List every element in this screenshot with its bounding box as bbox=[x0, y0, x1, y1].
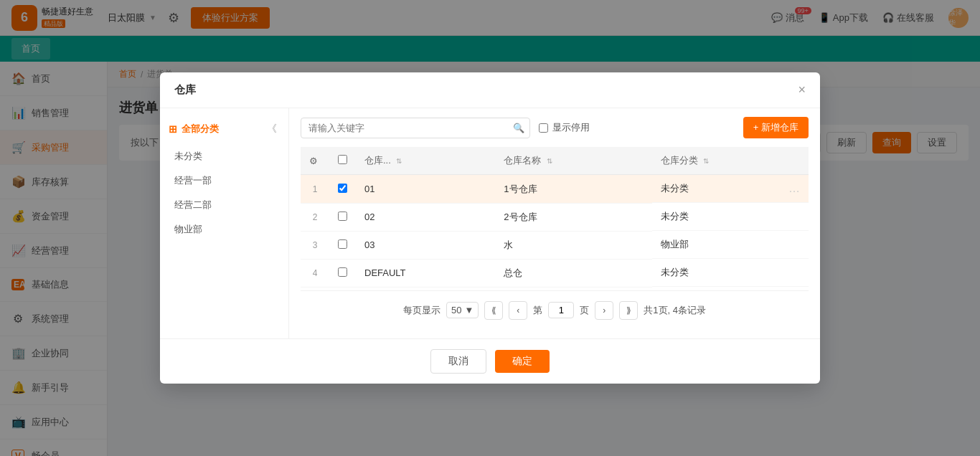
table-row[interactable]: 1 01 1号仓库 未分类 … bbox=[301, 175, 809, 204]
show-disabled-checkbox[interactable] bbox=[539, 123, 548, 133]
row-category: 未分类 … bbox=[652, 175, 809, 203]
table-scroll: ⚙ 仓库... ⇅ 仓库名称 bbox=[301, 147, 809, 288]
pagination: 每页显示 50 ▼ ⟪ ‹ 第 页 › ⟫ 共1页, 4条记录 bbox=[301, 290, 809, 330]
row-checkbox[interactable] bbox=[338, 184, 347, 193]
add-warehouse-btn[interactable]: + 新增仓库 bbox=[743, 117, 809, 138]
modal-body: ⊞ 全部分类 《 未分类 经营一部 经营二部 物业部 bbox=[160, 108, 820, 338]
select-all-checkbox[interactable] bbox=[338, 155, 347, 164]
row-checkbox[interactable] bbox=[338, 212, 347, 221]
row-code: DEFAULT bbox=[356, 259, 495, 287]
sort-code-icon[interactable]: ⇅ bbox=[396, 157, 402, 165]
row-category: 未分类 bbox=[652, 259, 809, 287]
row-num: 2 bbox=[301, 203, 329, 231]
row-checkbox-cell bbox=[329, 203, 356, 231]
show-disabled-control: 显示停用 bbox=[539, 121, 590, 134]
page-prev-btn[interactable]: ‹ bbox=[509, 301, 527, 320]
category-panel: ⊞ 全部分类 《 未分类 经营一部 经营二部 物业部 bbox=[160, 108, 289, 338]
cat-item-dept2[interactable]: 经营二部 bbox=[160, 193, 288, 217]
table-panel: 🔍 显示停用 + 新增仓库 ⚙ bbox=[289, 108, 820, 338]
th-check bbox=[329, 147, 356, 175]
page-first-btn[interactable]: ⟪ bbox=[484, 301, 503, 320]
row-num: 1 bbox=[301, 175, 329, 204]
table-toolbar: 🔍 显示停用 + 新增仓库 bbox=[301, 117, 809, 138]
th-gear: ⚙ bbox=[301, 147, 329, 175]
table-row[interactable]: 2 02 2号仓库 未分类 bbox=[301, 203, 809, 231]
warehouse-table: ⚙ 仓库... ⇅ 仓库名称 bbox=[301, 147, 809, 288]
row-checkbox[interactable] bbox=[338, 239, 347, 249]
row-name: 水 bbox=[495, 231, 651, 259]
modal-footer: 取消 确定 bbox=[160, 338, 820, 384]
th-code: 仓库... ⇅ bbox=[356, 147, 495, 175]
grid-icon: ⊞ bbox=[169, 123, 177, 135]
warehouse-modal: 仓库 × ⊞ 全部分类 《 未分类 经营一部 bbox=[160, 72, 820, 384]
row-name: 总仓 bbox=[495, 259, 651, 287]
cat-item-dept1[interactable]: 经营一部 bbox=[160, 168, 288, 193]
cat-item-unclassified[interactable]: 未分类 bbox=[160, 144, 288, 168]
cat-panel-header: ⊞ 全部分类 《 bbox=[160, 117, 288, 144]
sort-name-icon[interactable]: ⇅ bbox=[547, 157, 552, 165]
row-code: 01 bbox=[356, 175, 495, 204]
modal-overlay: 仓库 × ⊞ 全部分类 《 未分类 经营一部 bbox=[0, 0, 980, 456]
chevron-down-icon: ▼ bbox=[464, 305, 473, 315]
row-code: 02 bbox=[356, 203, 495, 231]
row-name: 1号仓库 bbox=[495, 175, 651, 204]
cat-item-property[interactable]: 物业部 bbox=[160, 217, 288, 242]
row-category: 未分类 bbox=[652, 203, 809, 231]
modal-header: 仓库 × bbox=[160, 72, 820, 108]
row-code: 03 bbox=[356, 231, 495, 259]
search-icon[interactable]: 🔍 bbox=[513, 123, 524, 133]
search-input[interactable] bbox=[301, 118, 530, 138]
row-category: 物业部 bbox=[652, 231, 809, 259]
cat-all-btn[interactable]: ⊞ 全部分类 bbox=[169, 123, 219, 136]
row-checkbox-cell bbox=[329, 259, 356, 287]
th-category: 仓库分类 ⇅ bbox=[652, 147, 809, 175]
th-name: 仓库名称 ⇅ bbox=[495, 147, 651, 175]
table-row[interactable]: 4 DEFAULT 总仓 未分类 bbox=[301, 259, 809, 287]
row-name: 2号仓库 bbox=[495, 203, 651, 231]
row-checkbox-cell bbox=[329, 175, 356, 204]
row-num: 4 bbox=[301, 259, 329, 287]
row-num: 3 bbox=[301, 231, 329, 259]
row-checkbox-cell bbox=[329, 231, 356, 259]
page-next-btn[interactable]: › bbox=[595, 301, 613, 320]
page-size-select[interactable]: 50 ▼ bbox=[446, 302, 479, 318]
table-row[interactable]: 3 03 水 物业部 bbox=[301, 231, 809, 259]
modal-title: 仓库 bbox=[174, 83, 196, 97]
sort-cat-icon[interactable]: ⇅ bbox=[703, 157, 709, 165]
search-box: 🔍 bbox=[301, 118, 530, 138]
modal-close-btn[interactable]: × bbox=[798, 82, 806, 98]
row-actions-btn[interactable]: … bbox=[788, 182, 800, 195]
confirm-btn[interactable]: 确定 bbox=[495, 350, 550, 373]
page-last-btn[interactable]: ⟫ bbox=[619, 301, 638, 320]
cat-collapse-btn[interactable]: 《 bbox=[264, 121, 280, 137]
row-checkbox[interactable] bbox=[338, 267, 347, 277]
page-num-input[interactable] bbox=[548, 302, 574, 318]
cancel-btn[interactable]: 取消 bbox=[430, 349, 486, 374]
